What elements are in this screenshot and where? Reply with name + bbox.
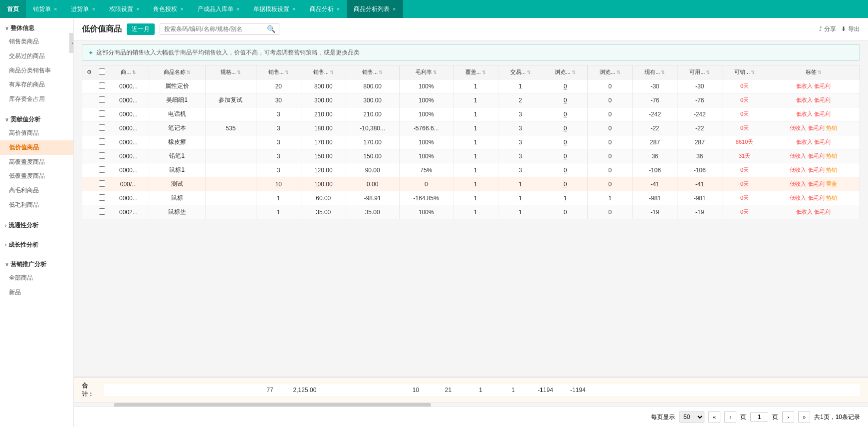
next-page-button[interactable]: › (782, 411, 794, 423)
page-input[interactable] (750, 412, 768, 422)
horizontal-scrollbar[interactable] (74, 403, 868, 407)
close-icon[interactable]: × (292, 6, 295, 12)
row-transaction: 1 (498, 79, 543, 93)
col-spec[interactable]: 规格...⇅ (205, 65, 256, 79)
nav-product-analysis[interactable]: 商品分析 × (303, 0, 347, 18)
col-current-stock[interactable]: 现有...⇅ (633, 65, 677, 79)
col-view2[interactable]: 浏览...⇅ (588, 65, 633, 79)
row-checkbox[interactable] (99, 124, 105, 131)
col-transaction[interactable]: 交易...⇅ (498, 65, 543, 79)
col-sales-amount[interactable]: 销售...⇅ (301, 65, 346, 79)
view1-link[interactable]: 0 (564, 153, 567, 160)
view1-link[interactable]: 0 (564, 167, 567, 174)
share-button[interactable]: ⤴ 分享 (819, 25, 836, 33)
view1-link[interactable]: 0 (564, 125, 567, 132)
row-view1[interactable]: 1 (543, 191, 588, 205)
close-icon[interactable]: × (92, 6, 95, 12)
row-checkbox[interactable] (99, 194, 105, 201)
col-available[interactable]: 可用...⇅ (677, 65, 722, 79)
select-all-checkbox[interactable] (99, 68, 105, 75)
view1-link[interactable]: 0 (564, 139, 567, 146)
view1-link[interactable]: 0 (564, 111, 567, 118)
sidebar-group-title-overall[interactable]: ∨ 整体信息 (0, 21, 73, 34)
row-view1[interactable]: 0 (543, 107, 588, 121)
export-button[interactable]: ⬇ 导出 (841, 25, 860, 33)
col-sales-profit[interactable]: 销售...⇅ (346, 65, 399, 79)
col-code[interactable]: 商...⇅ (108, 65, 149, 79)
nav-product-analysis-list[interactable]: 商品分析列表 × (347, 0, 403, 18)
prev-page-button[interactable]: ‹ (724, 411, 736, 423)
close-icon[interactable]: × (393, 6, 396, 12)
sidebar-item-low-margin[interactable]: 低毛利商品 (0, 198, 73, 212)
sidebar-item-stocked-products[interactable]: 有库存的商品 (0, 77, 73, 92)
first-page-button[interactable]: « (708, 411, 720, 423)
row-checkbox[interactable] (99, 110, 105, 117)
close-icon[interactable]: × (337, 6, 340, 12)
sidebar-group-title-marketing[interactable]: ∨ 营销推广分析 (0, 257, 73, 271)
view1-link[interactable]: 1 (564, 195, 567, 202)
sidebar-group-title-growth[interactable]: › 成长性分析 (0, 238, 73, 251)
sidebar-group-title-liquidity[interactable]: › 流通性分析 (0, 218, 73, 232)
nav-permissions[interactable]: 权限设置 × (102, 0, 146, 18)
col-margin[interactable]: 毛利率⇅ (399, 65, 453, 79)
sidebar-item-low-value[interactable]: 低价值商品 (0, 140, 73, 155)
close-icon[interactable]: × (236, 6, 239, 12)
col-settings[interactable]: ⚙ (82, 65, 96, 79)
col-saleable[interactable]: 可销...⇅ (722, 65, 767, 79)
sidebar-item-new-products[interactable]: 新品 (0, 285, 73, 300)
sidebar-item-high-margin[interactable]: 高毛利商品 (0, 183, 73, 198)
row-view1[interactable]: 0 (543, 163, 588, 177)
row-checkbox[interactable] (99, 180, 105, 187)
sidebar-item-category-sales-rate[interactable]: 商品分类销售率 (0, 63, 73, 78)
view1-link[interactable]: 0 (564, 97, 567, 104)
row-view1[interactable]: 0 (543, 121, 588, 135)
row-checkbox[interactable] (99, 152, 105, 159)
sidebar-collapse-btn[interactable]: « (69, 33, 74, 53)
row-view1[interactable]: 0 (543, 79, 588, 93)
nav-purchase-order[interactable]: 进货单 × (64, 0, 102, 18)
col-tags[interactable]: 标签⇅ (767, 65, 860, 79)
row-view1[interactable]: 0 (543, 205, 588, 219)
row-view1[interactable]: 0 (543, 177, 588, 191)
row-view1[interactable]: 0 (543, 93, 588, 107)
col-coverage[interactable]: 覆盖...⇅ (453, 65, 498, 79)
sidebar-item-all-products[interactable]: 全部商品 (0, 271, 73, 285)
close-icon[interactable]: × (180, 6, 183, 12)
search-input[interactable] (160, 23, 279, 35)
sidebar-item-low-coverage[interactable]: 低覆盖度商品 (0, 169, 73, 183)
row-checkbox[interactable] (99, 96, 105, 103)
col-view1[interactable]: 浏览...⇅ (543, 65, 588, 79)
row-checkbox[interactable] (99, 208, 105, 215)
row-checkbox[interactable] (99, 166, 105, 173)
row-view1[interactable]: 0 (543, 149, 588, 163)
per-page-select[interactable]: 50 100 200 (679, 412, 704, 423)
view1-link[interactable]: 0 (564, 83, 567, 90)
sidebar-item-high-coverage[interactable]: 高覆盖度商品 (0, 155, 73, 169)
sidebar-item-traded-products[interactable]: 交易过的商品 (0, 49, 73, 63)
row-checkbox[interactable] (99, 82, 105, 89)
view1-link[interactable]: 0 (564, 181, 567, 188)
nav-sales-order[interactable]: 销货单 × (26, 0, 64, 18)
last-page-button[interactable]: » (798, 411, 810, 423)
row-checkbox[interactable] (99, 138, 105, 145)
view1-link[interactable]: 0 (564, 209, 567, 216)
period-button[interactable]: 近一月 (127, 23, 155, 35)
col-name[interactable]: 商品名称⇅ (149, 65, 205, 79)
nav-finished-goods[interactable]: 产成品入库单 × (191, 0, 246, 18)
sidebar-item-stock-capital[interactable]: 库存资金占用 (0, 92, 73, 106)
row-current-stock: -76 (633, 93, 677, 107)
row-code: 0000... (108, 121, 149, 135)
table-wrap[interactable]: ⚙ 商...⇅ 商品名称⇅ 规格...⇅ 销售...⇅ 销售...⇅ 销售...… (82, 65, 860, 377)
nav-role-auth[interactable]: 角色授权 × (146, 0, 190, 18)
sidebar-group-title-contribution[interactable]: ∨ 贡献值分析 (0, 112, 73, 126)
col-sales-qty[interactable]: 销售...⇅ (256, 65, 301, 79)
close-icon[interactable]: × (136, 6, 139, 12)
nav-template-settings[interactable]: 单据模板设置 × (246, 0, 302, 18)
close-icon[interactable]: × (54, 6, 57, 12)
sidebar-item-sales-products[interactable]: 销售类商品 (0, 34, 73, 49)
row-checkbox-cell (96, 107, 108, 121)
row-view1[interactable]: 0 (543, 135, 588, 149)
row-transaction: 1 (498, 177, 543, 191)
nav-home[interactable]: 首页 (0, 0, 26, 18)
sidebar-item-high-value[interactable]: 高价值商品 (0, 126, 73, 140)
